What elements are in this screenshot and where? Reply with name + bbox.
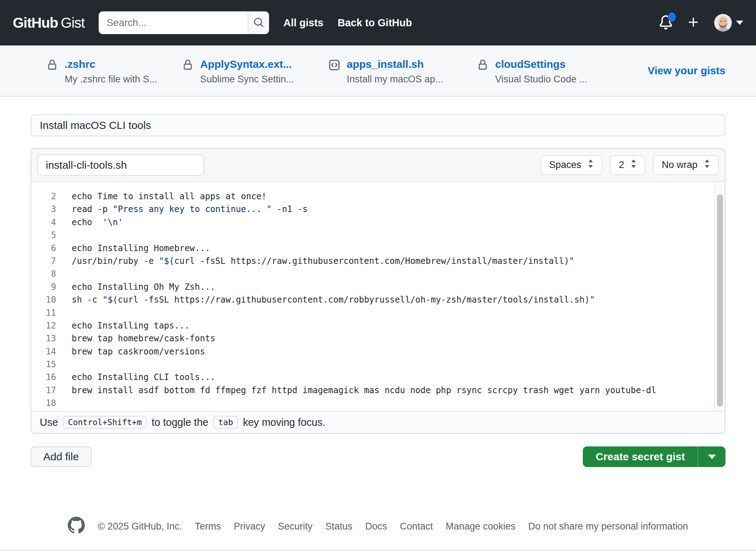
navbar-actions [659,14,743,32]
updown-arrows-icon [704,159,710,171]
hint-text: key moving focus. [243,417,325,428]
code-line: 7/usr/bin/ruby -e "$(curl -fsSL https://… [31,255,725,267]
line-number: 13 [31,332,56,345]
footer-link[interactable]: Security [278,521,313,532]
footer-link[interactable]: Privacy [234,521,265,532]
page-footer: © 2025 GitHub, Inc. TermsPrivacySecurity… [0,517,756,550]
line-number: 16 [31,371,56,384]
footer-divider [0,550,756,550]
code-line: 6echo Installing Homebrew... [31,242,725,255]
code-text: echo Installing CLI tools... [56,371,215,384]
footer-link[interactable]: Contact [400,521,433,532]
gist-description-input[interactable] [31,114,725,136]
new-gist-form: Spaces 2 No wrap 2echo Time to install a… [0,114,756,467]
code-line: 2echo Time to install all apps at once! [31,190,725,203]
user-menu-button[interactable] [714,14,743,32]
editor-header: Spaces 2 No wrap [31,149,725,182]
recent-gists-strip: .zshrcMy .zshrc file with S...ApplySynta… [0,45,756,97]
code-text: /usr/bin/ruby -e "$(curl -fsSL https://r… [56,255,574,267]
view-your-gists-link[interactable]: View your gists [647,65,725,77]
code-line: 17brew install asdf bottom fd ffmpeg fzf… [31,384,725,397]
notification-dot [668,12,676,22]
avatar [714,14,732,32]
code-text: echo Time to install all apps at once! [56,190,267,203]
shortcut-kbd: Control+Shift+m [63,416,147,429]
line-number: 6 [31,242,56,255]
caret-down-icon [736,21,743,25]
indent-mode-select[interactable]: Spaces [541,155,602,175]
search-box [99,11,269,34]
nav-all-gists[interactable]: All gists [283,17,323,29]
code-text: read -p "Press any key to continue... " … [56,203,308,216]
add-file-button[interactable]: Add file [31,446,92,467]
gist-subtitle: Sublime Sync Settin... [200,74,294,85]
search-input[interactable] [99,11,248,34]
footer-link[interactable]: Do not share my personal information [528,521,688,532]
code-line: 11 [31,306,725,319]
gist-link[interactable]: apps_install.sh [347,58,443,70]
nav-back-to-github[interactable]: Back to GitHub [338,17,412,29]
editor-hint-bar: Use Control+Shift+m to toggle the tab ke… [31,411,725,433]
gist-subtitle: Install my macOS ap... [347,74,443,85]
notifications-button[interactable] [659,15,673,31]
line-number: 17 [31,384,56,397]
code-line: 16echo Installing CLI tools... [31,371,725,384]
code-text [56,306,72,319]
code-line: 9echo Installing Oh My Zsh... [31,281,725,293]
code-line: 18 [31,397,725,409]
create-gist-options-button[interactable] [698,446,725,467]
code-line: 4echo '\n' [31,216,725,229]
copyright-text: © 2025 GitHub, Inc. [98,521,182,532]
updown-arrows-icon [587,159,594,171]
gist-subtitle: My .zshrc file with S... [65,74,157,85]
gist-link[interactable]: .zshrc [65,58,157,70]
line-number: 11 [31,306,56,319]
line-number: 9 [31,281,56,293]
code-text: echo Installing taps... [56,319,190,332]
code-text [56,267,72,280]
hint-text: to toggle the [152,417,208,428]
search-button[interactable] [248,11,269,34]
gist-file-editor: Spaces 2 No wrap 2echo Time to install a… [31,148,725,434]
gist-strip-item: cloudSettingsVisual Studio Code ... [477,58,587,85]
code-line: 14brew tap caskroom/versions [31,345,725,358]
code-line: 8 [31,267,725,280]
line-number: 7 [31,255,56,267]
line-number: 3 [31,203,56,216]
code-line: 15 [31,358,725,371]
wrap-mode-select[interactable]: No wrap [653,155,719,175]
editor-controls: Spaces 2 No wrap [541,155,719,175]
code-text [56,229,72,241]
code-text [56,397,72,409]
updown-arrows-icon [630,159,637,171]
caret-down-icon [708,455,716,459]
navbar-links: All gists Back to GitHub [283,17,412,29]
create-secret-gist-button[interactable]: Create secret gist [583,446,698,467]
line-number: 4 [31,216,56,229]
code-editor[interactable]: 2echo Time to install all apps at once!3… [31,182,725,411]
gist-strip-item: apps_install.shInstall my macOS ap... [329,58,443,85]
footer-link[interactable]: Terms [195,521,221,532]
line-number: 15 [31,358,56,371]
footer-link[interactable]: Manage cookies [446,521,516,532]
hint-text: Use [40,417,58,428]
code-square-icon [329,60,340,85]
new-gist-button[interactable] [687,16,700,30]
scrollbar-thumb[interactable] [717,194,723,407]
footer-link[interactable]: Status [325,521,353,532]
lock-icon [477,60,488,85]
plus-icon [687,16,700,30]
line-number: 12 [31,319,56,332]
indent-size-select[interactable]: 2 [610,155,645,175]
top-navbar: GitHubGist All gists Back to GitHub [0,0,756,45]
filename-input[interactable] [37,154,204,176]
code-line: 12echo Installing taps... [31,319,725,332]
gist-link[interactable]: cloudSettings [495,58,587,70]
github-gist-logo[interactable]: GitHubGist [13,15,84,31]
code-line: 10sh -c "$(curl -fsSL https://raw.github… [31,293,725,306]
footer-link[interactable]: Docs [365,521,387,532]
gist-link[interactable]: ApplySyntax.ext... [200,58,294,70]
editor-scrollbar[interactable] [714,182,725,411]
code-text: sh -c "$(curl -fsSL https://raw.githubus… [56,293,595,306]
code-text [56,358,72,371]
